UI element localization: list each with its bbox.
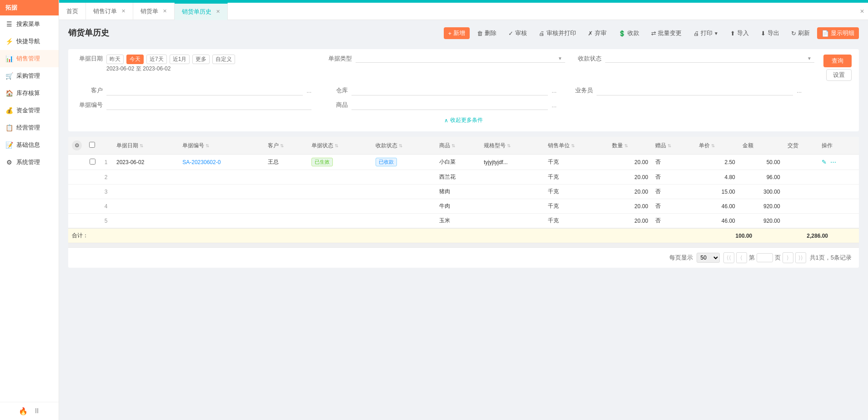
payment-status-select[interactable]: ▼ (605, 55, 814, 63)
td-unit: 千克 (544, 170, 608, 185)
doc-type-dropdown-icon: ▼ (558, 56, 562, 61)
delete-button[interactable]: 🗑 删除 (472, 27, 501, 39)
import-button[interactable]: ⬆ 导入 (726, 27, 753, 39)
td-unit: 千克 (544, 199, 608, 214)
td-price: 15.00 (695, 185, 739, 199)
sidebar-bottom: 🔥 ⏸ (0, 402, 59, 420)
customer-input[interactable] (106, 85, 303, 95)
td-num: 4 (99, 199, 113, 214)
sidebar-item-operations[interactable]: 📋 经营管理 (0, 119, 59, 136)
td-gift: 否 (652, 199, 695, 214)
tab-sales-goods-close[interactable]: ✕ (163, 8, 167, 14)
first-page-btn[interactable]: ⟨⟨ (723, 252, 734, 263)
salesperson-dots[interactable]: ... (797, 87, 802, 94)
horizontal-scrollbar[interactable] (68, 243, 859, 247)
th-spec: 规格型号⇅ (480, 137, 544, 155)
sort-customer-icon: ⇅ (280, 143, 284, 148)
sort-spec[interactable]: 规格型号⇅ (484, 142, 541, 150)
tab-sales-history[interactable]: 销货单历史 ✕ (175, 3, 228, 20)
edit-btn[interactable]: ✎ (822, 159, 827, 165)
date-tag-more[interactable]: 更多 (192, 55, 210, 64)
inventory-icon: 🏠 (5, 90, 13, 97)
sidebar-item-inventory[interactable]: 🏠 库存核算 (0, 85, 59, 102)
td-payment-status (372, 199, 436, 214)
collapse-button[interactable]: ∧ 收起更多条件 (442, 115, 485, 126)
pause-icon[interactable]: ⏸ (33, 407, 40, 415)
prev-page-btn[interactable]: ⟨ (736, 252, 747, 263)
sort-doc-status[interactable]: 单据状态⇅ (311, 142, 368, 150)
sort-gift[interactable]: 赠品⇅ (655, 142, 692, 150)
tab-sales-goods[interactable]: 销货单 ✕ (133, 3, 175, 20)
payment-dropdown-icon: ▼ (807, 56, 812, 61)
sidebar-item-purchase-mgmt[interactable]: 🛒 采购管理 (0, 67, 59, 85)
sort-price[interactable]: 单价⇅ (699, 142, 735, 150)
goods-dots[interactable]: ... (552, 102, 557, 109)
select-all-checkbox[interactable] (89, 142, 95, 148)
tab-sales-history-close[interactable]: ✕ (216, 9, 220, 15)
filter-docnum-item: 单据编号 (75, 100, 311, 110)
refresh-button[interactable]: ↻ 刷新 (787, 27, 814, 39)
batch-change-button[interactable]: ⇄ 批量变更 (647, 27, 686, 39)
sort-doc-number[interactable]: 单据编号⇅ (182, 142, 261, 150)
sidebar-header[interactable]: 拓据 (0, 0, 59, 15)
td-unit: 千克 (544, 155, 608, 170)
tab-home[interactable]: 首页 (59, 3, 86, 20)
collect-button[interactable]: 💲 收款 (614, 27, 644, 39)
docnum-input[interactable] (106, 100, 311, 110)
sidebar-item-label: 资金管理 (16, 106, 40, 115)
per-page-select[interactable]: 50 100 200 (697, 253, 720, 263)
sidebar-item-sales-mgmt[interactable]: 📊 销售管理 (0, 50, 59, 67)
sidebar-item-search-menu[interactable]: ☰ 搜索菜单 (0, 15, 59, 33)
sort-payment-status[interactable]: 收款状态⇅ (376, 142, 432, 150)
last-page-btn[interactable]: ⟩⟩ (795, 252, 806, 263)
doc-type-select[interactable]: ▼ (356, 55, 565, 63)
sidebar-item-quick-nav[interactable]: ⚡ 快捷导航 (0, 33, 59, 50)
date-tag-custom[interactable]: 自定义 (212, 55, 235, 64)
td-doc-status (308, 185, 372, 199)
set-button[interactable]: 设置 (826, 69, 852, 81)
goods-input[interactable] (351, 100, 548, 110)
settings-icon[interactable]: ⚙ (72, 140, 82, 150)
date-tag-7days[interactable]: 近7天 (146, 55, 167, 64)
sort-qty[interactable]: 数量⇅ (612, 142, 648, 150)
next-page-btn[interactable]: ⟩ (783, 252, 793, 263)
customer-dots[interactable]: ... (306, 87, 311, 94)
td-settings (68, 170, 85, 185)
audit-button[interactable]: ✓ 审核 (504, 27, 532, 39)
add-button[interactable]: + 新增 (444, 27, 470, 39)
page-number-input[interactable]: 1 (757, 253, 773, 262)
fire-icon[interactable]: 🔥 (19, 407, 28, 415)
export-button[interactable]: ⬇ 导出 (756, 27, 784, 39)
print-button[interactable]: 🖨 打印 ▼ (689, 27, 723, 39)
abandon-button[interactable]: ✗ 弃审 (583, 27, 611, 39)
salesperson-input[interactable] (597, 85, 793, 95)
date-tag-1month[interactable]: 近1月 (170, 55, 190, 64)
date-tag-yesterday[interactable]: 昨天 (106, 55, 124, 64)
sort-customer[interactable]: 客户⇅ (268, 142, 304, 150)
th-customer: 客户⇅ (264, 137, 308, 155)
tab-sales-order[interactable]: 销售订单 ✕ (86, 3, 133, 20)
warehouse-dots[interactable]: ... (552, 87, 557, 94)
td-trade (784, 185, 818, 199)
row-checkbox[interactable] (90, 159, 95, 165)
warehouse-input[interactable] (351, 85, 548, 95)
td-amount: 920.00 (739, 214, 784, 228)
close-all-icon[interactable]: ✕ (860, 8, 864, 15)
sidebar-item-basic-info[interactable]: 📝 基础信息 (0, 136, 59, 154)
sidebar-item-system-mgmt[interactable]: ⚙ 系统管理 (0, 154, 59, 171)
more-btn[interactable]: ⋯ (830, 159, 836, 165)
th-num (99, 137, 113, 155)
td-amount: 50.00 (739, 155, 784, 170)
sort-unit[interactable]: 销售单位⇅ (548, 142, 605, 150)
sort-goods[interactable]: 商品⇅ (439, 142, 477, 150)
sidebar-item-finance[interactable]: 💰 资金管理 (0, 102, 59, 119)
audit-print-button[interactable]: 🖨 审核并打印 (534, 27, 581, 39)
sort-doc-date[interactable]: 单据日期⇅ (116, 142, 175, 150)
date-tag-today[interactable]: 今天 (126, 55, 144, 64)
show-detail-button[interactable]: 📄 显示明细 (817, 27, 859, 39)
date-label: 单据日期 (75, 55, 103, 63)
filter-row-2: 客户 ... 仓库 ... 业务员 ... (75, 85, 852, 95)
query-button[interactable]: 查询 (823, 55, 852, 67)
th-settings: ⚙ (68, 137, 85, 155)
tab-sales-order-close[interactable]: ✕ (121, 8, 125, 14)
